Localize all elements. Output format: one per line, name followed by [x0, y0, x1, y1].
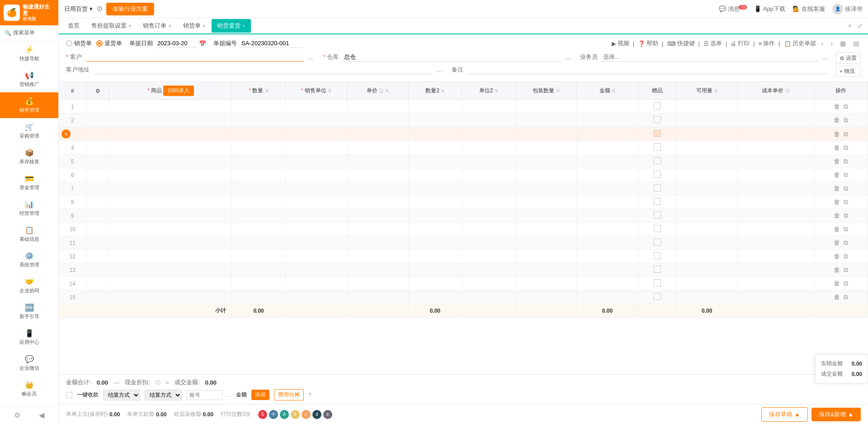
- row-unit[interactable]: [285, 127, 347, 141]
- row-unit[interactable]: [285, 100, 347, 114]
- delete-row-btn[interactable]: 🗑: [833, 252, 841, 260]
- print-btn[interactable]: 🖨 打印: [731, 39, 750, 48]
- topbar-settings-icon[interactable]: ⚙: [96, 5, 103, 13]
- experience-btn[interactable]: 体验行业方案: [106, 3, 154, 15]
- copy-row-btn[interactable]: ⧉: [843, 171, 849, 179]
- row-pack[interactable]: [515, 155, 577, 168]
- row-unit[interactable]: [285, 236, 347, 250]
- row-unit2[interactable]: [462, 114, 516, 127]
- delete-row-btn[interactable]: 🗑: [833, 171, 841, 178]
- account-dots[interactable]: ...: [227, 392, 231, 398]
- row-price[interactable]: [347, 195, 409, 209]
- customer-input[interactable]: [85, 52, 305, 62]
- gift-checkbox[interactable]: [654, 116, 661, 123]
- row-product[interactable]: [109, 195, 232, 209]
- qty-sort-icon[interactable]: ⇅: [265, 88, 269, 93]
- row-avail[interactable]: [676, 155, 738, 168]
- sidebar-item-wechat[interactable]: 💬 企业微信: [0, 350, 58, 376]
- row-gift[interactable]: [638, 127, 676, 141]
- notes-input[interactable]: [467, 65, 828, 74]
- operate-btn[interactable]: ≡ 操作: [759, 39, 775, 48]
- row-cost[interactable]: [737, 141, 814, 155]
- unit-sort-icon[interactable]: ⇅: [328, 88, 331, 93]
- number-input[interactable]: [240, 39, 303, 48]
- product-input-field[interactable]: [112, 131, 229, 138]
- row-product[interactable]: [109, 263, 232, 277]
- copy-row-btn[interactable]: ⧉: [843, 225, 849, 233]
- row-product[interactable]: [109, 182, 232, 195]
- onepay-checkbox[interactable]: [66, 392, 72, 398]
- sidebar-item-quicknav[interactable]: ⚡ 快捷导航: [0, 41, 58, 67]
- row-pack[interactable]: [515, 223, 577, 236]
- row-gift[interactable]: [638, 291, 676, 304]
- row-unit[interactable]: [285, 263, 347, 277]
- row-avail[interactable]: [676, 100, 738, 114]
- row-price[interactable]: [347, 127, 409, 141]
- row-cost[interactable]: [737, 114, 814, 127]
- help-btn[interactable]: ❓ 帮助: [638, 39, 658, 48]
- row-unit2[interactable]: [462, 168, 516, 182]
- row-unit2[interactable]: [462, 127, 516, 141]
- sidebar-item-finance[interactable]: 💳 资金管理: [0, 170, 58, 195]
- row-qty[interactable]: [232, 277, 286, 291]
- row-avail[interactable]: [676, 195, 738, 209]
- row-gift[interactable]: [638, 263, 676, 277]
- copy-row-btn[interactable]: ⧉: [843, 144, 849, 152]
- row-cost[interactable]: [737, 291, 814, 304]
- gift-checkbox[interactable]: [654, 130, 661, 137]
- row-product[interactable]: [109, 277, 232, 291]
- row-unit2[interactable]: [462, 263, 516, 277]
- row-pack[interactable]: [515, 263, 577, 277]
- row-pack[interactable]: [515, 168, 577, 182]
- settings-bottom-btn[interactable]: ⚙: [14, 411, 20, 419]
- row-gift[interactable]: [638, 141, 676, 155]
- avail-sort-icon[interactable]: ⇅: [714, 88, 717, 93]
- row-avail[interactable]: [676, 250, 738, 263]
- row-price[interactable]: [347, 250, 409, 263]
- row-cost[interactable]: [737, 155, 814, 168]
- save-new-btn[interactable]: 保存&新增 ▲: [811, 408, 861, 421]
- row-qty[interactable]: [232, 155, 286, 168]
- row-unit2[interactable]: [462, 100, 516, 114]
- row-price[interactable]: [347, 277, 409, 291]
- row-unit2[interactable]: [462, 236, 516, 250]
- row-amount[interactable]: [577, 291, 638, 304]
- sidebar-item-basic[interactable]: 📋 基础信息: [0, 221, 58, 247]
- row-cost[interactable]: [737, 250, 814, 263]
- row-qty[interactable]: [232, 114, 286, 127]
- row-avail[interactable]: [676, 223, 738, 236]
- gift-checkbox[interactable]: [654, 157, 661, 164]
- copy-row-btn[interactable]: ⧉: [843, 103, 849, 110]
- row-price[interactable]: [347, 209, 409, 223]
- row-qty2[interactable]: [408, 114, 462, 127]
- row-product[interactable]: [109, 209, 232, 223]
- online-service-btn[interactable]: 💁 在线客服: [793, 5, 825, 13]
- row-avail[interactable]: [676, 141, 738, 155]
- row-pack[interactable]: [515, 195, 577, 209]
- copy-row-btn[interactable]: ⧉: [843, 252, 849, 260]
- row-amount[interactable]: [577, 182, 638, 195]
- delete-row-btn[interactable]: 🗑: [833, 293, 841, 300]
- row-unit2[interactable]: [462, 250, 516, 263]
- row-amount[interactable]: [577, 127, 638, 141]
- row-amount[interactable]: [577, 195, 638, 209]
- tab-sales-order[interactable]: 销售订单 ×: [137, 19, 176, 33]
- user-menu[interactable]: 👤 徐泽华: [832, 4, 863, 14]
- row-unit2[interactable]: [462, 209, 516, 223]
- address-dots[interactable]: ...: [437, 66, 443, 73]
- row-gift[interactable]: [638, 250, 676, 263]
- row-price[interactable]: [347, 236, 409, 250]
- row-price[interactable]: [347, 223, 409, 236]
- gift-checkbox[interactable]: [654, 198, 661, 205]
- row-cost[interactable]: [737, 195, 814, 209]
- qty2-sort-icon[interactable]: ⇅: [441, 88, 444, 93]
- row-gift[interactable]: [638, 195, 676, 209]
- row-unit2[interactable]: [462, 141, 516, 155]
- category-select[interactable]: 日用百货 ▾: [64, 5, 93, 13]
- row-gift[interactable]: [638, 155, 676, 168]
- date-input[interactable]: [156, 39, 196, 48]
- row-amount[interactable]: [577, 236, 638, 250]
- sidebar-item-enterprise[interactable]: 🤝 企业协同: [0, 273, 58, 299]
- row-unit[interactable]: [285, 291, 347, 304]
- customer-dots[interactable]: ...: [308, 53, 314, 61]
